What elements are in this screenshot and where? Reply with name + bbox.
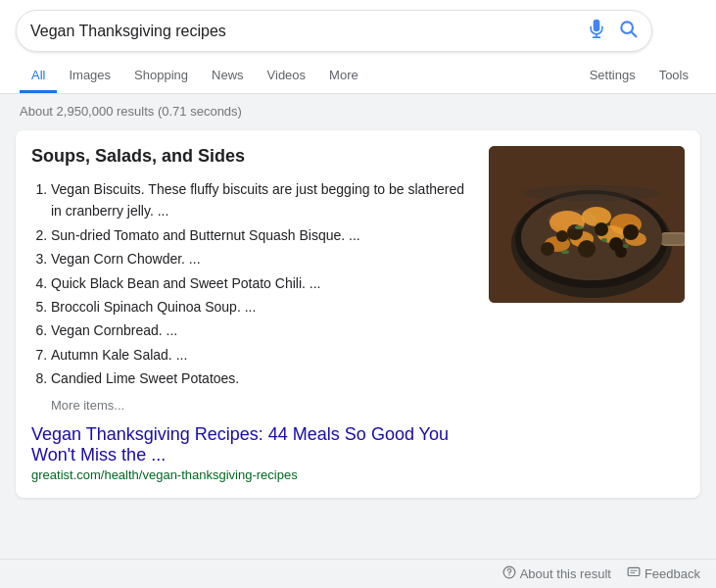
tab-settings[interactable]: Settings xyxy=(578,60,647,93)
list-item: Sun-dried Tomato and Butternut Squash Bi… xyxy=(51,224,473,246)
result-main-link[interactable]: Vegan Thanksgiving Recipes: 44 Meals So … xyxy=(31,424,473,466)
tab-images[interactable]: Images xyxy=(57,60,122,93)
search-bar-row xyxy=(16,10,700,52)
list-item: Vegan Biscuits. These fluffy biscuits ar… xyxy=(51,178,473,222)
svg-line-3 xyxy=(632,32,637,37)
search-box xyxy=(16,10,652,52)
search-icon[interactable] xyxy=(618,19,638,43)
tab-news[interactable]: News xyxy=(200,60,256,93)
feedback-icon xyxy=(627,565,641,582)
feedback-label: Feedback xyxy=(644,566,700,581)
svg-point-19 xyxy=(595,222,608,236)
list-item: Broccoli Spinach Quinoa Soup. ... xyxy=(51,296,473,318)
svg-point-28 xyxy=(561,250,569,254)
list-item: Autumn Kale Salad. ... xyxy=(51,344,473,366)
tab-shopping[interactable]: Shopping xyxy=(122,60,200,93)
tab-tools[interactable]: Tools xyxy=(647,60,700,93)
svg-point-33 xyxy=(508,574,509,575)
list-item: Vegan Corn Chowder. ... xyxy=(51,248,473,270)
svg-point-27 xyxy=(601,238,607,242)
svg-point-20 xyxy=(578,240,596,258)
tab-more[interactable]: More xyxy=(317,60,370,93)
svg-point-30 xyxy=(523,185,660,201)
more-items-link[interactable]: More items... xyxy=(31,398,473,413)
results-area: About 2,950,000 results (0.71 seconds) S… xyxy=(0,94,716,508)
result-url: greatist.com/health/vegan-thanksgiving-r… xyxy=(31,467,473,482)
mic-icon[interactable] xyxy=(587,19,606,43)
tab-all[interactable]: All xyxy=(20,60,57,93)
result-card: Soups, Salads, and Sides Vegan Biscuits.… xyxy=(16,130,700,498)
svg-point-31 xyxy=(548,210,597,229)
nav-right-group: Settings Tools xyxy=(578,60,700,93)
question-icon xyxy=(502,565,516,582)
nav-tabs: All Images Shopping News Videos More Set… xyxy=(16,60,700,93)
svg-point-23 xyxy=(623,224,639,240)
feedback-item[interactable]: Feedback xyxy=(627,565,700,582)
result-list: Vegan Biscuits. These fluffy biscuits ar… xyxy=(31,178,473,390)
results-count: About 2,950,000 results (0.71 seconds) xyxy=(16,104,700,119)
search-header: All Images Shopping News Videos More Set… xyxy=(0,0,716,94)
svg-point-24 xyxy=(541,242,554,256)
list-item: Candied Lime Sweet Potatoes. xyxy=(51,368,473,389)
svg-rect-34 xyxy=(628,567,640,575)
result-content: Soups, Salads, and Sides Vegan Biscuits.… xyxy=(31,146,473,482)
list-item: Quick Black Bean and Sweet Potato Chili.… xyxy=(51,272,473,294)
about-result-item[interactable]: About this result xyxy=(502,565,611,582)
result-section-title: Soups, Salads, and Sides xyxy=(31,146,473,167)
tab-videos[interactable]: Videos xyxy=(256,60,318,93)
about-result-label: About this result xyxy=(520,566,611,581)
result-food-image xyxy=(489,146,685,303)
search-icons xyxy=(587,19,638,43)
svg-rect-9 xyxy=(660,234,685,244)
bottom-bar: About this result Feedback xyxy=(0,559,716,588)
list-item: Vegan Cornbread. ... xyxy=(51,319,473,341)
search-input[interactable] xyxy=(30,23,577,40)
svg-point-29 xyxy=(623,244,629,248)
svg-point-22 xyxy=(556,230,568,242)
